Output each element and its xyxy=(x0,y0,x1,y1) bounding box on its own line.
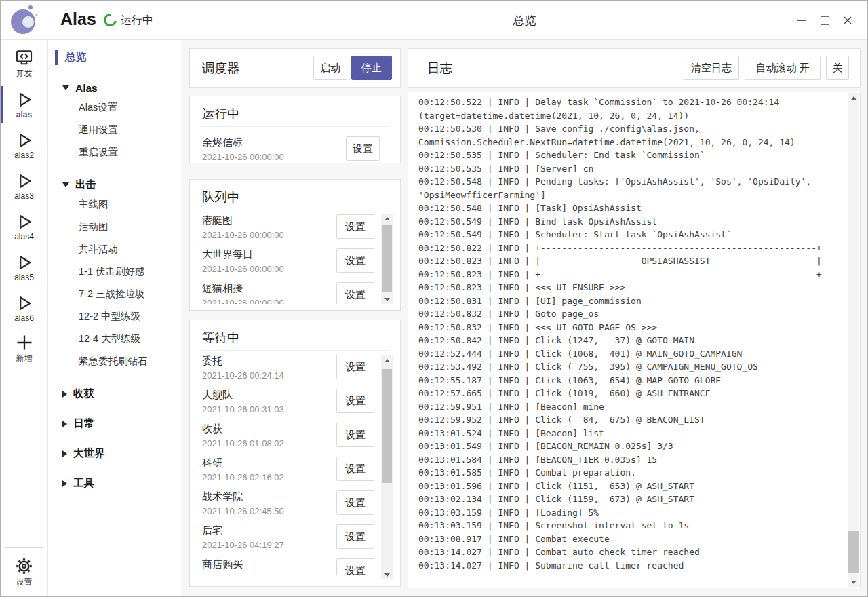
log-content: 00:12:50.522 | INFO | Delay task `Commis… xyxy=(408,92,860,588)
menu-section-5[interactable]: 工具 xyxy=(48,475,180,492)
menu-item[interactable]: 12-2 中型练级 xyxy=(48,305,180,328)
caret-right-icon xyxy=(62,391,67,398)
menu-item[interactable]: Alas设置 xyxy=(48,96,180,119)
menu-section-1[interactable]: 出击 xyxy=(48,176,180,193)
queued-scrollbar[interactable] xyxy=(381,214,393,304)
rail-item-add[interactable]: 新增 xyxy=(1,328,47,369)
log-line: 00:12:50.842 | INFO | Click (1247, 37) @… xyxy=(418,334,841,347)
scheduler-panel: 调度器 启动 停止 xyxy=(189,48,401,88)
task-setting-button[interactable]: 设置 xyxy=(336,389,374,413)
menu-item[interactable]: 共斗活动 xyxy=(48,238,180,261)
rail-item-dev[interactable]: 开发 xyxy=(1,43,47,84)
rail-item-alas2[interactable]: alas2 xyxy=(1,125,47,166)
scroll-thumb[interactable] xyxy=(382,225,392,292)
menu-section-0[interactable]: Alas xyxy=(48,79,180,96)
close-button[interactable] xyxy=(836,9,859,32)
menu-item[interactable]: 1-1 伏击刷好感 xyxy=(48,261,180,283)
task-setting-button[interactable]: 设置 xyxy=(346,136,380,161)
rail-item-alas4[interactable]: alas4 xyxy=(1,206,47,247)
scroll-thumb[interactable] xyxy=(848,531,859,573)
log-line: 00:12:50.832 | INFO | Goto page_os xyxy=(418,307,841,321)
menu-section-4[interactable]: 大世界 xyxy=(48,445,180,462)
menu-item-overview[interactable]: 总览 xyxy=(48,48,180,66)
task-setting-button[interactable]: 设置 xyxy=(336,457,374,481)
alas-app-window: Alas 运行中 总览 开发alasalas2alas3alas4alas5al… xyxy=(0,0,868,597)
maximize-button[interactable] xyxy=(813,9,836,32)
scroll-down-button[interactable] xyxy=(381,294,393,304)
log-line: 00:13:02.134 | INFO | Click (1159, 673) … xyxy=(418,493,841,506)
menu-item[interactable]: 主线图 xyxy=(48,193,180,216)
task-setting-button[interactable]: 设置 xyxy=(336,490,374,515)
task-setting-button[interactable]: 设置 xyxy=(336,282,374,304)
scheduler-stop-button[interactable]: 停止 xyxy=(351,56,392,80)
log-line: 00:12:59.952 | INFO | Click ( 84, 675) @… xyxy=(418,413,841,427)
rail-item-alas3[interactable]: alas3 xyxy=(1,166,47,206)
rail-item-alas[interactable]: alas xyxy=(1,84,47,125)
menu-section-label: 日常 xyxy=(73,417,94,431)
log-panel-title: 日志 xyxy=(427,60,684,77)
plus-icon xyxy=(15,333,34,352)
task-row: 后宅2021-10-26 04:19:27设置 xyxy=(190,520,400,554)
waiting-panel-title: 等待中 xyxy=(200,320,390,351)
task-row: 收获2021-10-26 01:08:02设置 xyxy=(190,419,400,452)
waiting-task-list[interactable]: 委托2021-10-26 00:24:14设置大舰队2021-10-26 00:… xyxy=(190,351,400,575)
task-setting-button[interactable]: 设置 xyxy=(336,214,374,239)
minimize-button[interactable] xyxy=(790,9,813,32)
queued-task-list[interactable]: 潜艇图2021-10-26 00:00:00设置大世界每日2021-10-26 … xyxy=(190,210,400,304)
task-setting-button[interactable]: 设置 xyxy=(336,524,374,549)
autoscroll-toggle-button[interactable]: 自动滚动 开 xyxy=(745,56,821,80)
task-row: 潜艇图2021-10-26 00:00:00设置 xyxy=(190,210,400,244)
scroll-up-button[interactable] xyxy=(381,214,393,223)
queued-panel-title: 队列中 xyxy=(200,180,390,210)
log-line: 00:12:50.832 | INFO | <<< UI GOTO PAGE_O… xyxy=(418,321,841,334)
task-row: 短猫相接2021-10-26 00:00:00设置 xyxy=(190,278,400,304)
rail-item-label: alas4 xyxy=(14,232,34,242)
menu-section-label: 大世界 xyxy=(73,446,105,461)
task-setting-button[interactable]: 设置 xyxy=(336,248,374,273)
log-line: 00:12:50.535 | INFO | [Server] cn xyxy=(418,162,841,176)
scheduler-status-text: 运行中 xyxy=(121,14,153,28)
task-setting-button[interactable]: 设置 xyxy=(336,423,374,447)
menu-item[interactable]: 12-4 大型练级 xyxy=(48,328,180,350)
menu-item[interactable]: 紧急委托刷钻石 xyxy=(48,350,180,372)
task-row: 科研2021-10-26 02:16:02设置 xyxy=(190,452,400,486)
menu-item[interactable]: 通用设置 xyxy=(48,119,180,141)
task-setting-button[interactable]: 设置 xyxy=(336,558,374,575)
log-line: 00:13:14.027 | INFO | Combat auto check … xyxy=(418,545,841,559)
log-header-panel: 日志 清空日志 自动滚动 开 关 xyxy=(408,48,861,88)
menu-item[interactable]: 活动图 xyxy=(48,216,180,238)
log-off-button[interactable]: 关 xyxy=(826,56,849,80)
task-setting-button[interactable]: 设置 xyxy=(336,355,374,379)
caret-down-icon xyxy=(62,182,69,187)
log-line: 00:13:01.596 | INFO | Click (1151, 653) … xyxy=(418,480,841,493)
waiting-scrollbar[interactable] xyxy=(381,355,393,579)
scroll-up-button[interactable] xyxy=(381,355,393,365)
menu-section-3[interactable]: 日常 xyxy=(48,415,180,432)
menu-section-2[interactable]: 收获 xyxy=(48,385,180,402)
triangle-up-icon xyxy=(384,359,390,362)
code-monitor-icon xyxy=(15,48,33,67)
log-panel[interactable]: 00:12:50.522 | INFO | Delay task `Commis… xyxy=(408,92,861,588)
triangle-down-icon xyxy=(384,298,390,301)
rail-bottom: 设置 xyxy=(1,547,47,597)
rail-item-settings[interactable]: 设置 xyxy=(1,552,47,593)
log-line: 00:13:01.524 | INFO | [Beacon] list xyxy=(418,427,841,440)
scroll-thumb[interactable] xyxy=(382,369,392,483)
menu-section-label: 收获 xyxy=(73,387,94,401)
menu-item[interactable]: 重启设置 xyxy=(48,141,180,163)
scheduler-start-button[interactable]: 启动 xyxy=(313,56,347,80)
clear-log-button[interactable]: 清空日志 xyxy=(684,56,739,80)
log-scrollbar[interactable] xyxy=(848,93,859,587)
menu-item[interactable]: 7-2 三战捡垃圾 xyxy=(48,283,180,305)
rail-item-label: 新增 xyxy=(16,353,33,364)
triangle-up-icon xyxy=(384,217,390,220)
log-line: 00:12:52.444 | INFO | Click (1068, 401) … xyxy=(418,347,841,361)
scroll-up-button[interactable] xyxy=(848,93,859,102)
log-line: 00:12:50.823 | INFO | +-----------------… xyxy=(418,268,841,282)
play-icon xyxy=(15,90,34,109)
rail-item-alas5[interactable]: alas5 xyxy=(1,247,47,288)
rail-item-alas6[interactable]: alas6 xyxy=(1,288,47,328)
caret-down-icon xyxy=(62,85,69,90)
scroll-down-button[interactable] xyxy=(381,570,393,579)
scroll-down-button[interactable] xyxy=(848,577,859,587)
